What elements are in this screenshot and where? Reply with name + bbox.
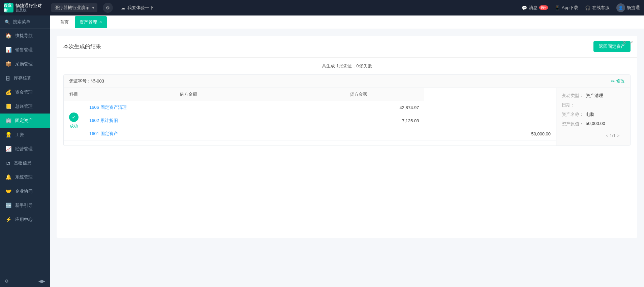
- voucher-side-info: 变动类型： 资产清理 日期： 资产名称： 电脑: [556, 88, 630, 146]
- user-name: 畅捷通: [627, 5, 640, 11]
- guide-label: 新手引导: [15, 202, 33, 209]
- sidebar-item-inventory[interactable]: 🗄 库存核算: [0, 71, 50, 85]
- cell-debit: [293, 127, 425, 140]
- logo-subtitle: 普及版: [16, 8, 42, 12]
- sidebar-item-system[interactable]: 🔔 系统管理: [0, 170, 50, 184]
- cell-subject: 1601 固定资产: [84, 127, 293, 140]
- experience-label: 我要体验一下: [127, 5, 154, 11]
- voucher-table: 科目 借方金额 贷方金额 ✓ 成功 1606 固定资产清理42,874.9716…: [64, 88, 556, 140]
- asset-name-row: 资产名称： 电脑: [562, 111, 625, 118]
- purchase-label: 采购管理: [15, 61, 33, 67]
- search-icon: 🔍: [5, 20, 10, 25]
- tabs-bar: 首页 资产管理 ✕: [50, 15, 644, 29]
- quick-nav-label: 快捷导航: [15, 33, 33, 39]
- sidebar-item-sales[interactable]: 📊 销售管理: [0, 43, 50, 57]
- app-center-label: 应用中心: [15, 217, 33, 223]
- app-download-action[interactable]: 📱 App下载: [555, 5, 578, 11]
- app-logo: 好业财 畅捷通好业财 普及版: [4, 3, 42, 13]
- ledger-label: 总账管理: [15, 103, 33, 109]
- online-service-action[interactable]: 🎧 在线客服: [585, 5, 610, 11]
- cell-debit: 7,125.03: [293, 114, 425, 127]
- quick-nav-icon: 🏠: [5, 33, 12, 39]
- top-header: 好业财 畅捷通好业财 普及版 医疗器械行业演示 ▾ ⚙ ☁ 我要体验一下 💬 消…: [0, 0, 644, 15]
- asset-name-value: 电脑: [586, 111, 594, 118]
- capital-label: 资金管理: [15, 89, 33, 95]
- success-text: 成功: [70, 123, 78, 129]
- voucher-section: 凭证字号：记-003 ✏ 修改 科目: [63, 74, 631, 146]
- change-type-row: 变动类型： 资产清理: [562, 93, 625, 99]
- operations-icon: 📈: [5, 146, 12, 152]
- basic-info-label: 基础信息: [14, 160, 31, 166]
- col-subject: 科目: [64, 88, 84, 101]
- col-debit: 借方金额: [84, 88, 293, 101]
- tab-close-icon[interactable]: ✕: [99, 20, 102, 24]
- date-label: 日期：: [562, 102, 575, 108]
- edit-icon: ✏: [611, 79, 615, 84]
- messages-label: 消息: [529, 5, 538, 11]
- messages-action[interactable]: 💬 消息 99: [522, 5, 548, 11]
- table-header-row: 科目 借方金额 贷方金额: [64, 88, 556, 101]
- page-content: ✕ ⤢ 本次生成的结果 返回固定资产 共生成 1张凭证，0张失败 凭证字号：记-…: [50, 29, 644, 287]
- download-icon: 📱: [555, 5, 560, 10]
- table-row: 1602 累计折旧7,125.03: [64, 114, 556, 127]
- settings-button[interactable]: ⚙: [103, 3, 113, 13]
- messages-badge: 99: [539, 5, 548, 10]
- app-center-icon: ⚡: [5, 217, 12, 223]
- panel-close-icon[interactable]: ✕: [622, 40, 626, 45]
- sidebar-item-purchase[interactable]: 📦 采购管理: [0, 57, 50, 71]
- cell-subject: 1606 固定资产清理: [84, 101, 293, 114]
- original-value-label: 资产原值：: [562, 121, 584, 127]
- service-icon: 🎧: [585, 5, 590, 10]
- enterprise-label: 企业协同: [15, 188, 33, 194]
- payroll-label: 工资: [15, 132, 24, 138]
- tab-asset-mgmt[interactable]: 资产管理 ✕: [75, 16, 107, 28]
- change-type-value: 资产清理: [586, 93, 603, 99]
- success-badge: ✓ 成功: [69, 113, 79, 129]
- pagination-text: < 1/1 >: [606, 133, 619, 138]
- enterprise-icon: 🤝: [5, 188, 12, 194]
- logo-icon: 好业财: [4, 3, 13, 12]
- sidebar-item-guide[interactable]: 🆕 新手引导: [0, 198, 50, 213]
- workspace-chevron: ▾: [92, 6, 94, 10]
- sidebar-search[interactable]: 🔍 搜索菜单: [0, 15, 50, 29]
- experience-button[interactable]: ☁ 我要体验一下: [121, 5, 154, 11]
- voucher-number: 凭证字号：记-003: [69, 78, 104, 84]
- system-icon: 🔔: [5, 174, 12, 180]
- edit-button[interactable]: ✏ 修改: [611, 78, 625, 84]
- cell-credit: 50,000.00: [424, 127, 556, 140]
- content-area: 首页 资产管理 ✕ ✕ ⤢ 本次生成的结果 返回固定资产: [50, 15, 644, 287]
- tab-home-label: 首页: [60, 19, 69, 25]
- sidebar-item-quick-nav[interactable]: 🏠 快捷导航: [0, 29, 50, 43]
- page-title: 本次生成的结果: [63, 43, 101, 50]
- cloud-icon: ☁: [121, 5, 125, 10]
- success-icon: ✓: [69, 113, 79, 122]
- sidebar-item-operations[interactable]: 📈 经营管理: [0, 142, 50, 156]
- sidebar-item-basic-info[interactable]: 🗂 基础信息: [0, 156, 50, 170]
- header-right: 💬 消息 99 📱 App下载 🎧 在线客服 👤 畅捷通: [522, 3, 640, 12]
- original-value-row: 资产原值： 50,000.00: [562, 121, 625, 127]
- inventory-label: 库存核算: [14, 75, 31, 81]
- sidebar-item-capital[interactable]: 💰 资金管理: [0, 85, 50, 99]
- cell-subject: 1602 累计折旧: [84, 114, 293, 127]
- user-menu[interactable]: 👤 畅捷通: [616, 3, 640, 12]
- purchase-icon: 📦: [5, 61, 12, 67]
- sidebar-item-app-center[interactable]: ⚡ 应用中心: [0, 213, 50, 227]
- result-panel: ✕ ⤢ 本次生成的结果 返回固定资产 共生成 1张凭证，0张失败 凭证字号：记-…: [57, 36, 637, 238]
- workspace-selector[interactable]: 医疗器械行业演示 ▾: [51, 3, 97, 12]
- tab-home[interactable]: 首页: [55, 16, 73, 28]
- panel-corner-icons: ✕ ⤢: [622, 40, 633, 45]
- sidebar-item-payroll[interactable]: 👷 工资: [0, 128, 50, 142]
- logo-title: 畅捷通好业财: [16, 3, 42, 8]
- table-row: ✓ 成功 1606 固定资产清理42,874.97: [64, 101, 556, 114]
- sidebar-item-enterprise[interactable]: 🤝 企业协同: [0, 184, 50, 198]
- panel-expand-icon[interactable]: ⤢: [629, 40, 633, 45]
- asset-name-label: 资产名称：: [562, 111, 584, 118]
- pagination[interactable]: < 1/1 >: [562, 130, 625, 141]
- sidebar-item-ledger[interactable]: 📒 总账管理: [0, 99, 50, 114]
- ledger-icon: 📒: [5, 103, 12, 109]
- sidebar-collapse-icon[interactable]: ◀▶: [38, 279, 45, 284]
- sidebar-item-fixed-assets[interactable]: 🏢 固定资产: [0, 114, 50, 128]
- voucher-header: 凭证字号：记-003 ✏ 修改: [64, 75, 630, 88]
- date-row: 日期：: [562, 102, 625, 108]
- sidebar-gear-icon[interactable]: ⚙: [5, 279, 9, 284]
